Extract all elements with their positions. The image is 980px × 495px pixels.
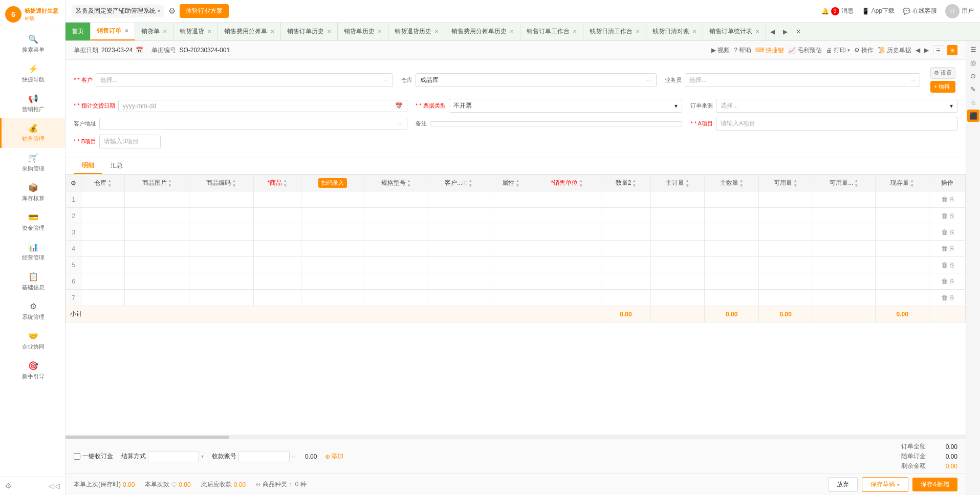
sidebar-item-system[interactable]: ⚙ 系统管理 — [0, 296, 65, 326]
row-available[interactable] — [758, 191, 813, 208]
tab-summary[interactable]: 汇总 — [102, 158, 131, 174]
profit-btn[interactable]: 📈 毛利预估 — [788, 46, 822, 55]
industry-button[interactable]: 体验行业方案 — [180, 4, 229, 18]
row-delete-icon[interactable]: 🗑 — [941, 277, 948, 285]
history-btn[interactable]: 📜 历史单据 — [878, 46, 911, 55]
tab-close-icon[interactable]: ✕ — [573, 29, 577, 34]
tab-sales-cost[interactable]: 销售费用分摊单 ✕ — [218, 23, 281, 40]
sidebar-item-operations[interactable]: 📊 经营管理 — [0, 237, 65, 267]
app-selector[interactable]: 装备及固定资产辅助管理系统 ▾ — [72, 5, 164, 17]
tab-home[interactable]: 首页 — [66, 23, 91, 40]
row-copy-icon[interactable]: ⎘ — [950, 277, 954, 285]
table-scrollbar[interactable] — [66, 435, 966, 439]
material-button[interactable]: + 物料 — [930, 81, 955, 93]
row-copy-icon[interactable]: ⎘ — [950, 261, 954, 269]
payment-input[interactable] — [148, 451, 199, 462]
save-draft-button[interactable]: 保存草稿 ▾ — [862, 477, 908, 492]
operate-btn[interactable]: ⚙ 操作 — [854, 46, 874, 55]
row-delete-icon[interactable]: 🗑 — [941, 228, 948, 236]
account-input[interactable] — [238, 451, 290, 462]
row-code[interactable] — [189, 191, 254, 208]
prev-record-btn[interactable]: ◀ — [916, 47, 920, 54]
panel-icon-2[interactable]: ◎ — [967, 56, 979, 69]
list-view-btn[interactable]: ☰ — [933, 45, 943, 55]
tab-next-btn[interactable]: ▶ — [779, 23, 792, 40]
save-draft-dropdown-icon[interactable]: ▾ — [897, 482, 900, 487]
sidebar-item-guide[interactable]: 🎯 新手引导 — [0, 356, 65, 385]
row-stock[interactable] — [875, 191, 929, 208]
grid-view-btn[interactable]: ⊞ — [947, 45, 957, 55]
row-delete-icon[interactable]: 🗑 — [941, 196, 948, 203]
tab-close-icon[interactable]: ✕ — [378, 29, 382, 34]
tab-close-icon[interactable]: ✕ — [207, 29, 211, 34]
tab-return-history[interactable]: 销货退货历史 ✕ — [388, 23, 445, 40]
sidebar-item-inventory[interactable]: 📦 库存核算 — [0, 178, 65, 207]
tab-cash-workbench[interactable]: 钱货日清工作台 ✕ — [583, 23, 646, 40]
sidebar-item-sales[interactable]: 💰 销售管理 — [0, 118, 65, 148]
col-settings[interactable]: ⚙ — [66, 175, 81, 191]
save-new-button[interactable]: 保存&新增 — [912, 478, 957, 491]
tab-close-icon[interactable]: ✕ — [163, 29, 167, 34]
sidebar-item-purchase[interactable]: 🛒 采购管理 — [0, 148, 65, 178]
tab-close-icon[interactable]: ✕ — [510, 29, 514, 34]
tab-close-icon[interactable]: ✕ — [636, 29, 640, 34]
one-click-checkbox[interactable] — [74, 453, 80, 460]
row-copy-icon[interactable]: ⎘ — [950, 196, 954, 203]
row-warehouse[interactable] — [81, 191, 125, 208]
tab-close-icon[interactable]: ✕ — [327, 29, 331, 34]
help-btn[interactable]: ? 帮助 — [734, 46, 751, 55]
tab-cash-reconcile[interactable]: 钱货日清对账 ✕ — [646, 23, 703, 40]
tab-detail[interactable]: 明细 — [74, 158, 102, 174]
row-qty2[interactable] — [601, 191, 651, 208]
row-copy-icon[interactable]: ⎘ — [950, 212, 954, 220]
tab-cost-history[interactable]: 销售费用分摊单历史 ✕ — [445, 23, 520, 40]
order-source-input[interactable]: 选择... ▾ — [716, 99, 957, 113]
invoice-select[interactable]: 不开票 ▾ — [449, 99, 683, 113]
row-delete-icon[interactable]: 🗑 — [941, 212, 948, 220]
tab-sales-return[interactable]: 销货退货 ✕ — [173, 23, 218, 40]
tab-menu-btn[interactable]: ✕ — [792, 23, 805, 40]
scan-btn[interactable]: 扫码录入 — [318, 178, 347, 188]
shortcut-btn[interactable]: ⌨ 快捷键 — [755, 46, 784, 55]
row-customer-code[interactable] — [428, 191, 489, 208]
settings-button[interactable]: ⚙ 设置 — [930, 67, 955, 79]
tab-sales-goods[interactable]: 销货单 ✕ — [135, 23, 173, 40]
sidebar-item-enterprise[interactable]: 🤝 企业协同 — [0, 326, 65, 356]
tab-close-icon[interactable]: ✕ — [434, 29, 439, 34]
row-copy-icon[interactable]: ⎘ — [950, 245, 954, 252]
panel-icon-6[interactable]: ⬛ — [967, 110, 979, 122]
a-project-input[interactable]: 请输入A项目 — [716, 117, 957, 131]
online-service-item[interactable]: 💬 在线客服 — [903, 7, 937, 15]
row-available2[interactable] — [813, 191, 875, 208]
salesperson-input[interactable]: 选择... ··· — [685, 73, 920, 87]
customer-input[interactable]: 选择... ··· — [96, 73, 393, 87]
sidebar-item-finance[interactable]: 💳 资金管理 — [0, 207, 65, 237]
tab-close-icon[interactable]: ✕ — [270, 29, 274, 34]
tab-order-history[interactable]: 销售订单历史 ✕ — [281, 23, 338, 40]
next-record-btn[interactable]: ▶ — [924, 47, 929, 54]
warehouse-input[interactable]: 成品库 ··· — [416, 73, 657, 87]
row-main-unit[interactable] — [650, 191, 705, 208]
tab-order-workbench[interactable]: 销售订单工作台 ✕ — [520, 23, 583, 40]
tab-prev-btn[interactable]: ◀ — [766, 23, 779, 40]
calendar-icon[interactable]: 📅 — [136, 47, 143, 54]
panel-icon-1[interactable]: ☰ — [967, 43, 979, 55]
row-delete-icon[interactable]: 🗑 — [941, 245, 948, 252]
topbar-settings-icon[interactable]: ⚙ — [168, 6, 176, 16]
settings-icon[interactable]: ⚙ — [5, 482, 12, 490]
sidebar-item-quicknav[interactable]: ⚡ 快捷导航 — [0, 59, 65, 89]
notification-item[interactable]: 🔔 9 消息 — [821, 7, 854, 15]
delivery-date-input[interactable]: yyyy-mm-dd 📅 — [118, 100, 407, 112]
user-item[interactable]: U 用户 — [945, 4, 974, 18]
tab-sales-order[interactable]: 销售订单 ✕ — [91, 23, 135, 40]
collapse-icon[interactable]: ◁◁ — [49, 482, 60, 490]
row-attr[interactable] — [489, 191, 533, 208]
row-goods[interactable] — [253, 191, 301, 208]
sidebar-item-baseinfo[interactable]: 📋 基础信息 — [0, 267, 65, 296]
row-delete-icon[interactable]: 🗑 — [941, 261, 948, 269]
add-payment-btn[interactable]: ⊕ 添加 — [325, 452, 343, 461]
tab-goods-history[interactable]: 销货单历史 ✕ — [338, 23, 388, 40]
row-delete-icon[interactable]: 🗑 — [941, 294, 948, 302]
tab-close-icon[interactable]: ✕ — [124, 28, 128, 34]
col-scan[interactable]: 扫码录入 — [301, 175, 364, 191]
